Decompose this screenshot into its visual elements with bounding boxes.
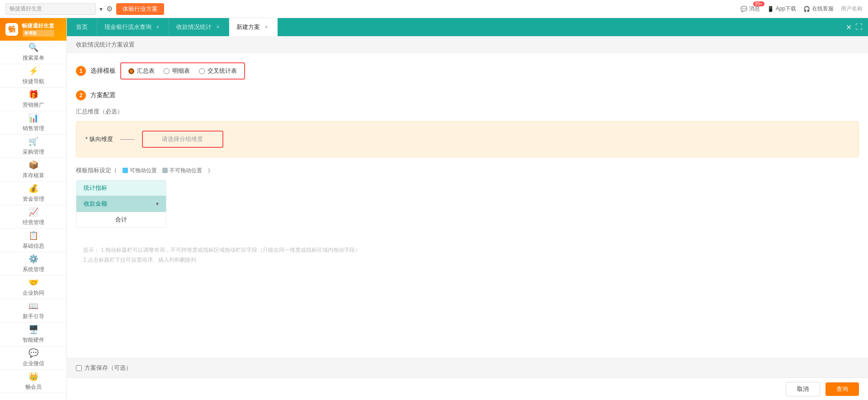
sidebar-item-guide[interactable]: 📖 新手引导 <box>0 299 66 323</box>
tab-new-plan[interactable]: 新建方案 × <box>229 18 278 36</box>
sidebar-label-member: 畅会员 <box>25 383 42 391</box>
notification-badge: 99+ <box>753 1 764 6</box>
notification-btn[interactable]: 💬 消息 99+ <box>741 5 760 13</box>
step1-header: 1 选择模板 汇总表 明细表 <box>76 62 859 80</box>
download-icon: 📱 <box>767 6 774 12</box>
sidebar-label-inventory: 库存核算 <box>23 172 44 179</box>
tab-collection-label: 收款情况统计 <box>176 23 212 31</box>
tab-collection[interactable]: 收款情况统计 × <box>169 18 229 36</box>
tab-bank-label: 现金银行流水查询 <box>104 23 151 31</box>
settings-btn[interactable]: ⚙ <box>106 5 113 13</box>
sidebar-item-system[interactable]: ⚙️ 系统管理 <box>0 252 66 276</box>
header-left: 畅捷通好生意 ▾ ⚙ 体验行业方案 <box>5 3 741 15</box>
indicator-settings-suffix: ） <box>208 166 213 174</box>
dimension-placeholder: 请选择分组维度 <box>162 136 203 142</box>
sidebar-item-search[interactable]: 🔍 搜索菜单 <box>0 41 66 64</box>
query-button[interactable]: 查询 <box>826 382 859 396</box>
content-area: 首页 现金银行流水查询 × 收款情况统计 × 新建方案 × ✕ ⛶ 收款情况统计… <box>67 18 868 400</box>
sidebar-item-sales[interactable]: 📊 销售管理 <box>0 111 66 135</box>
radio-detail[interactable]: 明细表 <box>164 67 190 75</box>
sidebar-item-marketing[interactable]: 🎁 营销推广 <box>0 88 66 111</box>
save-option[interactable]: 方案保存（可选） <box>76 364 859 372</box>
inventory-icon: 📦 <box>28 160 38 170</box>
service-label: 在线客服 <box>812 5 834 13</box>
dimension-config: 汇总维度（必选） * 纵向维度 —— 请选择分组维度 <box>76 108 859 157</box>
tab-close-all-btn[interactable]: ✕ <box>846 23 852 32</box>
step1-title: 选择模板 <box>90 67 116 75</box>
tips-section: 提示： 1.拖动标题栏可以调整布局，不可跨维度或指标区域拖动栏目字段（只能在同一… <box>76 240 859 270</box>
amount-header[interactable]: 收款金额 ▾ <box>76 196 166 212</box>
radio-cross[interactable]: 交叉统计表 <box>199 67 237 75</box>
sidebar-label-system: 系统管理 <box>23 266 44 273</box>
tab-bank-close[interactable]: × <box>154 24 161 31</box>
cancel-button[interactable]: 取消 <box>786 382 820 396</box>
purchase-icon: 🛒 <box>28 136 38 146</box>
indicator-table: 统计指标 收款金额 ▾ 合计 <box>76 180 166 228</box>
movable-badge: 可拖动位置 <box>123 167 157 174</box>
sidebar-item-member[interactable]: 👑 畅会员 <box>0 370 66 393</box>
movable-dot <box>123 168 128 173</box>
fixed-label: 不可拖动位置 <box>170 167 202 174</box>
radio-summary[interactable]: 汇总表 <box>128 67 155 75</box>
radio-summary-input[interactable] <box>128 68 134 74</box>
tab-expand-btn[interactable]: ⛶ <box>855 23 863 31</box>
tip-line2: 2.点击标题栏下拉可设置排序、插入列和删除列 <box>83 255 852 265</box>
action-bar: 取消 查询 <box>67 377 868 400</box>
form-card: 1 选择模板 汇总表 明细表 <box>67 53 868 358</box>
tab-bank[interactable]: 现金银行流水查询 × <box>97 18 169 36</box>
trial-btn[interactable]: 体验行业方案 <box>116 3 164 15</box>
step2-title: 方案配置 <box>90 91 116 99</box>
sidebar-item-inventory[interactable]: 📦 库存核算 <box>0 158 66 182</box>
page-content: 收款情况统计方案设置 1 选择模板 汇总表 <box>67 36 868 377</box>
sidebar-label-search: 搜索菜单 <box>23 54 44 62</box>
sidebar-item-business[interactable]: 📈 经营管理 <box>0 205 66 229</box>
user-name: 用户名称 <box>841 5 863 13</box>
template-select-box: 汇总表 明细表 交叉统计表 <box>120 62 245 80</box>
arrow-line: —— <box>120 135 135 143</box>
tab-collection-close[interactable]: × <box>214 24 222 31</box>
sidebar-item-hardware[interactable]: 🖥️ 智能硬件 <box>0 323 66 346</box>
download-btn[interactable]: 📱 App下载 <box>767 5 796 13</box>
member-icon: 👑 <box>28 372 38 381</box>
sidebar-item-purchase[interactable]: 🛒 采购管理 <box>0 135 66 158</box>
sidebar-item-basic[interactable]: 📋 基础信息 <box>0 229 66 252</box>
step2-number: 2 <box>76 90 86 100</box>
sidebar-label-purchase: 采购管理 <box>23 148 44 156</box>
sidebar-label-wechat: 企业微信 <box>23 360 44 367</box>
dimension-select-box[interactable]: 请选择分组维度 <box>142 131 223 148</box>
sidebar-item-finance[interactable]: 💰 资金管理 <box>0 182 66 205</box>
sidebar-label-basic: 基础信息 <box>23 242 44 250</box>
service-icon: 🎧 <box>803 6 810 12</box>
tab-new-plan-close[interactable]: × <box>263 24 270 31</box>
sidebar-label-quick-nav: 快捷导航 <box>23 78 44 85</box>
tab-home[interactable]: 首页 <box>67 18 97 36</box>
business-icon: 📈 <box>28 207 38 217</box>
top-header: 畅捷通好生意 ▾ ⚙ 体验行业方案 💬 消息 99+ 📱 App下载 🎧 在线客… <box>0 0 868 18</box>
tab-bar: 首页 现金银行流水查询 × 收款情况统计 × 新建方案 × ✕ ⛶ <box>67 18 868 36</box>
amount-dropdown-icon[interactable]: ▾ <box>156 201 159 207</box>
fixed-badge: 不可拖动位置 <box>162 167 202 174</box>
radio-cross-label: 交叉统计表 <box>208 67 237 75</box>
main-layout: 畅 畅捷通好生意 标准版 🔍 搜索菜单 ⚡ 快捷导航 🎁 营销推广 📊 销售管理… <box>0 18 868 400</box>
save-checkbox[interactable] <box>76 365 82 371</box>
step1-section: 1 选择模板 汇总表 明细表 <box>76 62 859 80</box>
basic-icon: 📋 <box>28 231 38 240</box>
radio-detail-input[interactable] <box>164 68 170 74</box>
guide-icon: 📖 <box>28 301 38 311</box>
save-label: 方案保存（可选） <box>85 364 132 372</box>
sidebar-item-wechat[interactable]: 💬 企业微信 <box>0 346 66 370</box>
page-footer: 方案保存（可选） <box>67 358 868 377</box>
sidebar-label-hardware: 智能硬件 <box>23 336 44 344</box>
chat-icon: 💬 <box>741 6 747 12</box>
marketing-icon: 🎁 <box>28 89 38 99</box>
template-radio-group: 汇总表 明细表 交叉统计表 <box>128 67 237 75</box>
step2-header: 2 方案配置 <box>76 90 859 100</box>
address-dropdown-btn[interactable]: ▾ <box>99 5 103 13</box>
radio-cross-input[interactable] <box>199 68 205 74</box>
indicator-settings: 模板指标设定（ 可拖动位置 不可拖动位置 ） <box>76 166 859 229</box>
address-text: 畅捷通好生意 <box>9 5 42 13</box>
service-btn[interactable]: 🎧 在线客服 <box>803 5 834 13</box>
dimension-section-label: 汇总维度（必选） <box>76 108 859 116</box>
sidebar-item-quick-nav[interactable]: ⚡ 快捷导航 <box>0 64 66 88</box>
sidebar-item-corp[interactable]: 🤝 企业协同 <box>0 276 66 299</box>
